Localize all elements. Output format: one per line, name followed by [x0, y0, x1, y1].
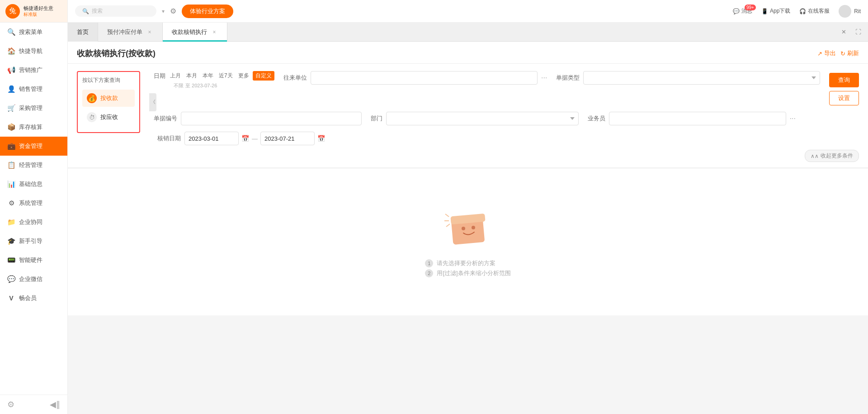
app-download-button[interactable]: 📱 App下载 [761, 7, 790, 15]
enterprise-icon: 📁 [7, 218, 15, 226]
tab-prepaid[interactable]: 预付冲应付单 × [98, 23, 163, 42]
writeoff-date-field-group: 核销日期 📅 — 📅 [154, 132, 325, 145]
filter-option-by-receipt[interactable]: 💰 按收款 [82, 90, 135, 107]
header-gear-icon[interactable]: ⚙ [170, 7, 176, 15]
sidebar-item-management[interactable]: 📋 经营管理 [0, 156, 67, 175]
user-area[interactable]: Rit [839, 5, 861, 18]
sidebar-item-finance[interactable]: 💼 资金管理 [0, 137, 67, 156]
tab-close-all-icon[interactable]: ✕ [837, 26, 850, 38]
refresh-button[interactable]: ↻ 刷新 [840, 49, 859, 57]
inventory-icon: 📦 [7, 123, 15, 131]
date-shortcuts: 上月 本月 本年 近7天 更多 自定义 [168, 71, 274, 81]
sidebar-item-basic[interactable]: 📊 基础信息 [0, 175, 67, 194]
sidebar-item-inventory[interactable]: 📦 库存核算 [0, 118, 67, 137]
salesperson-input[interactable] [609, 112, 786, 125]
message-button[interactable]: 💬 消息 99+ [733, 7, 752, 15]
writeoff-date-start-calendar-icon[interactable]: 📅 [241, 135, 249, 142]
counterparty-more-icon[interactable]: ··· [541, 74, 547, 82]
sidebar-collapse-icon[interactable]: ◀‖ [50, 400, 60, 409]
query-button[interactable]: 查询 [829, 73, 859, 87]
shortcut-7days[interactable]: 近7天 [217, 71, 235, 81]
bill-type-select[interactable] [583, 71, 820, 85]
logo-text: 畅捷通好生意 标准版 [24, 5, 53, 17]
salesperson-field-group: 业务员 ··· [588, 112, 796, 125]
tab-bar-actions: ✕ ⛶ [837, 26, 868, 38]
header-search-bar[interactable]: 🔍 搜索 [75, 5, 156, 17]
purchase-icon: 🛒 [7, 104, 15, 112]
refresh-icon: ↻ [840, 50, 845, 57]
app-icon: 📱 [761, 8, 768, 14]
online-service-button[interactable]: 🎧 在线客服 [799, 7, 830, 15]
sidebar-item-enterprise[interactable]: 📁 企业协同 [0, 213, 67, 232]
filter-option-by-receivable[interactable]: ⏱ 按应收 [82, 109, 135, 126]
page-header: 收款核销执行(按收款) ↗ 导出 ↻ 刷新 [68, 42, 868, 64]
bill-no-label: 单据编号 [154, 114, 177, 123]
svg-line-6 [446, 224, 450, 227]
sidebar-item-wechat[interactable]: 💬 企业微信 [0, 270, 67, 289]
page-title: 收款核销执行(按收款) [77, 48, 156, 59]
empty-hint-2: 2 用[过滤]条件来缩小分析范围 [425, 269, 510, 277]
finance-icon: 💼 [7, 142, 15, 150]
filter-fields-section: 日期 上月 本月 本年 近7天 更多 自定义 [154, 71, 859, 145]
tab-prepaid-close-icon[interactable]: × [146, 29, 153, 36]
writeoff-date-start-input[interactable] [184, 132, 239, 145]
tab-home[interactable]: 首页 [68, 23, 98, 42]
collapse-up-icon: ∧∧ [811, 153, 819, 159]
shortcut-more[interactable]: 更多 [236, 71, 251, 81]
counterparty-input[interactable] [311, 71, 538, 85]
guide-icon: 🎓 [7, 237, 15, 245]
export-icon: ↗ [817, 50, 822, 57]
search-icon: 🔍 [82, 8, 89, 14]
shortcut-this-month[interactable]: 本月 [184, 71, 199, 81]
salesperson-more-icon[interactable]: ··· [790, 114, 796, 123]
counterparty-field-group: 往来单位 ··· [283, 71, 547, 85]
sidebar-item-marketing[interactable]: 📢 营销推广 [0, 61, 67, 80]
sidebar-item-quick[interactable]: 🏠 快捷导航 [0, 42, 67, 61]
sidebar-item-hardware[interactable]: 📟 智能硬件 [0, 251, 67, 270]
by-receivable-icon: ⏱ [87, 112, 97, 122]
date-label: 日期 [154, 72, 165, 80]
date-range-display: 至 2023-07-26 [185, 82, 217, 89]
sidebar-item-purchase[interactable]: 🛒 采购管理 [0, 99, 67, 118]
sidebar-collapse-btn[interactable]: 《 [149, 93, 156, 111]
service-icon: 🎧 [799, 8, 806, 14]
page-actions: ↗ 导出 ↻ 刷新 [817, 49, 859, 57]
empty-illustration [441, 205, 495, 250]
sidebar-item-system[interactable]: ⚙ 系统管理 [0, 194, 67, 213]
shortcut-last-month[interactable]: 上月 [168, 71, 183, 81]
shortcut-this-year[interactable]: 本年 [201, 71, 215, 81]
sidebar-item-guide[interactable]: 🎓 新手引导 [0, 232, 67, 251]
shortcut-custom[interactable]: 自定义 [253, 71, 274, 81]
settings-icon[interactable]: ⚙ [7, 400, 14, 409]
writeoff-date-end-calendar-icon[interactable]: 📅 [317, 135, 325, 142]
collapse-more-button[interactable]: ∧∧ 收起更多条件 [805, 150, 859, 162]
date-sublabel: 不限 至 2023-07-26 [174, 82, 217, 89]
filter-sidebar-wrapper: 按以下方案查询 💰 按收款 ⏱ 按应收 《 [77, 71, 149, 133]
sidebar-item-member[interactable]: V 畅会员 [0, 289, 67, 308]
settings-button[interactable]: 设置 [829, 91, 859, 105]
bill-type-label: 单据类型 [556, 74, 580, 82]
sidebar-item-search[interactable]: 🔍 搜索菜单 [0, 23, 67, 42]
solution-button[interactable]: 体验行业方案 [182, 5, 233, 18]
writeoff-date-end-input[interactable] [260, 132, 315, 145]
header-chevron-icon[interactable]: ▾ [162, 8, 165, 14]
tab-maximize-icon[interactable]: ⛶ [852, 26, 864, 38]
sidebar-bottom: ⚙ ◀‖ [0, 395, 67, 414]
dept-field-group: 部门 [371, 112, 579, 125]
empty-hint-1: 1 请先选择要分析的方案 [425, 259, 510, 267]
filter-actions: 查询 设置 [829, 71, 859, 105]
sidebar: 兔 畅捷通好生意 标准版 🔍 搜索菜单 🏠 快捷导航 📢 营销推广 👤 销售管理… [0, 0, 68, 414]
tab-receivable[interactable]: 收款核销执行 × [163, 23, 227, 42]
tab-receivable-close-icon[interactable]: × [211, 29, 218, 36]
sidebar-item-sales[interactable]: 👤 销售管理 [0, 80, 67, 99]
svg-line-4 [445, 214, 449, 217]
writeoff-date-input-group: 📅 — 📅 [184, 132, 325, 145]
logo-icon: 兔 [5, 4, 20, 19]
sidebar-nav: 🔍 搜索菜单 🏠 快捷导航 📢 营销推广 👤 销售管理 🛒 采购管理 📦 库存核… [0, 23, 67, 395]
filter-row-2: 单据编号 部门 业务员 ··· [154, 112, 859, 125]
filter-panel: 按以下方案查询 💰 按收款 ⏱ 按应收 《 [68, 64, 868, 168]
search-icon: 🔍 [7, 28, 15, 36]
bill-no-input[interactable] [181, 112, 362, 125]
export-button[interactable]: ↗ 导出 [817, 49, 836, 57]
dept-select[interactable] [386, 112, 579, 125]
